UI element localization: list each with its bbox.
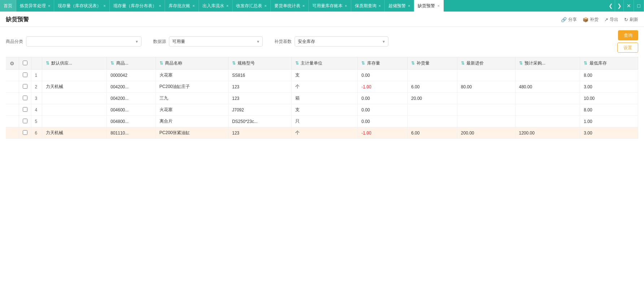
tab-order-stat[interactable]: 要货单统计表× <box>271 0 309 12</box>
row-checkbox-cell[interactable] <box>19 70 31 81</box>
tab-batch[interactable]: 库存批次账× <box>165 0 199 12</box>
col-checkbox[interactable] <box>19 57 31 70</box>
row-est-purchase <box>515 116 580 127</box>
tab-expand-btn[interactable]: □ <box>634 0 644 12</box>
tab-close-stock-status[interactable]: × <box>103 4 105 8</box>
row-checkbox-5[interactable] <box>23 130 27 135</box>
row-spec: 123 <box>228 81 291 93</box>
tab-label-order-stat: 要货单统计表 <box>274 3 300 9</box>
tab-inout[interactable]: 出入库流水× <box>199 0 232 12</box>
export-btn[interactable]: ↗ 导出 <box>604 17 618 23</box>
replenish-base-filter-group: 补货基数 安全库存 ▼ <box>274 36 388 47</box>
row-stock: -1.00 <box>358 127 408 139</box>
row-number: 4 <box>31 104 42 116</box>
tab-close-expiry[interactable]: × <box>379 4 381 8</box>
row-gear-cell <box>6 81 19 93</box>
row-checkbox-3[interactable] <box>23 107 27 112</box>
replenish-base-select-wrapper: 安全库存 ▼ <box>295 36 388 47</box>
tab-close-stock-dist[interactable]: × <box>159 4 161 8</box>
replenish-btn[interactable]: 📦 补货 <box>583 17 599 23</box>
row-replenish <box>408 104 457 116</box>
tab-bar: 首页炼货异常处理×现存量（库存状况表）×现存量（库存分布表）×库存批次账×出入库… <box>0 0 644 12</box>
row-supplier <box>42 70 107 81</box>
row-unit: 只 <box>291 116 358 127</box>
row-replenish: 6.00 <box>408 81 457 93</box>
row-spec: DS250*23c... <box>228 116 291 127</box>
tab-expiry[interactable]: 保质期查询× <box>351 0 385 12</box>
select-all-checkbox[interactable] <box>23 61 27 65</box>
tab-next-btn[interactable]: ❯ <box>615 0 624 12</box>
col-unit[interactable]: ⇅ 主计量单位 <box>291 57 358 70</box>
col-latest-price[interactable]: ⇅ 最新进价 <box>457 57 515 70</box>
tab-prev-btn[interactable]: ❮ <box>606 0 615 12</box>
row-checkbox-cell[interactable] <box>19 127 31 139</box>
tab-close-batch[interactable]: × <box>192 4 195 8</box>
row-checkbox-0[interactable] <box>23 72 27 77</box>
row-product-code: 004200... <box>107 93 156 104</box>
refresh-icon: ↻ <box>624 17 628 22</box>
category-select[interactable] <box>26 36 142 47</box>
sort-min-icon: ⇅ <box>584 61 587 66</box>
row-checkbox-cell[interactable] <box>19 93 31 104</box>
row-gear-cell <box>6 93 19 104</box>
tab-collect[interactable]: 收发存汇总表× <box>232 0 270 12</box>
row-unit: 个 <box>291 127 358 139</box>
col-supplier[interactable]: ⇅ 默认供应... <box>42 57 107 70</box>
tab-stock-dist[interactable]: 现存量（库存分布表）× <box>110 0 165 12</box>
row-checkbox-cell[interactable] <box>19 81 31 93</box>
tab-label-stock-status: 现存量（库存状况表） <box>58 3 101 9</box>
row-min-stock: 3.00 <box>580 81 638 93</box>
tab-overstock[interactable]: 超储预警× <box>385 0 414 12</box>
row-est-purchase: 480.00 <box>515 81 580 93</box>
row-min-stock: 3.00 <box>580 127 638 139</box>
row-product-name: 三九 <box>156 93 228 104</box>
share-btn[interactable]: 🔗 分享 <box>561 17 577 23</box>
tab-home[interactable]: 首页 <box>0 0 16 12</box>
col-est-purchase[interactable]: ⇅ 预计采购... <box>515 57 580 70</box>
col-stock[interactable]: ⇅ 库存量 <box>358 57 408 70</box>
col-product-code[interactable]: ⇅ 商品... <box>107 57 156 70</box>
page-title: 缺货预警 <box>6 16 29 23</box>
row-min-stock: 10.00 <box>580 93 638 104</box>
tab-label-inout: 出入库流水 <box>203 3 224 9</box>
row-product-code: 0000042 <box>107 70 156 81</box>
settings-button[interactable]: 设置 <box>617 43 638 53</box>
row-product-name: PC200油缸庄子 <box>156 81 228 93</box>
replenish-base-select[interactable]: 安全库存 <box>295 36 388 47</box>
col-min-stock[interactable]: ⇅ 最低库存 <box>580 57 638 70</box>
row-checkbox-cell[interactable] <box>19 104 31 116</box>
row-latest-price <box>457 93 515 104</box>
tab-available[interactable]: 可用量库存账本× <box>309 0 351 12</box>
tab-close-abnormal[interactable]: × <box>48 4 50 8</box>
tab-close-order-stat[interactable]: × <box>303 4 305 8</box>
col-product-name[interactable]: ⇅ 商品名称 <box>156 57 228 70</box>
tab-close-inout[interactable]: × <box>226 4 229 8</box>
tab-close-shortage[interactable]: × <box>437 4 439 8</box>
row-latest-price: 200.00 <box>457 127 515 139</box>
tab-close-overstock[interactable]: × <box>408 4 410 8</box>
tab-label-collect: 收发存汇总表 <box>236 3 262 9</box>
tab-shortage[interactable]: 缺货预警× <box>414 0 443 12</box>
col-replenish[interactable]: ⇅ 补货量 <box>408 57 457 70</box>
gear-settings-icon[interactable]: ⚙ <box>10 61 14 66</box>
tab-close-available[interactable]: × <box>345 4 347 8</box>
row-checkbox-cell[interactable] <box>19 116 31 127</box>
col-spec[interactable]: ⇅ 规格型号 <box>228 57 291 70</box>
row-product-name: PC200张紧油缸 <box>156 127 228 139</box>
tab-abnormal[interactable]: 炼货异常处理× <box>16 0 54 12</box>
row-spec: 123 <box>228 127 291 139</box>
query-button[interactable]: 查询 <box>618 30 638 40</box>
col-gear[interactable]: ⚙ <box>6 57 19 70</box>
row-latest-price <box>457 116 515 127</box>
row-est-purchase <box>515 104 580 116</box>
row-checkbox-2[interactable] <box>23 96 27 100</box>
datasource-select[interactable]: 可用量 <box>169 36 263 47</box>
row-supplier: 力天机械 <box>42 127 107 139</box>
tab-close-collect[interactable]: × <box>264 4 266 8</box>
sort-est-icon: ⇅ <box>519 61 523 66</box>
row-checkbox-1[interactable] <box>23 84 27 89</box>
tab-stock-status[interactable]: 现存量（库存状况表）× <box>54 0 109 12</box>
tab-close-all-btn[interactable]: ✕ <box>624 0 634 12</box>
refresh-btn[interactable]: ↻ 刷新 <box>624 17 638 23</box>
row-checkbox-4[interactable] <box>23 119 27 123</box>
